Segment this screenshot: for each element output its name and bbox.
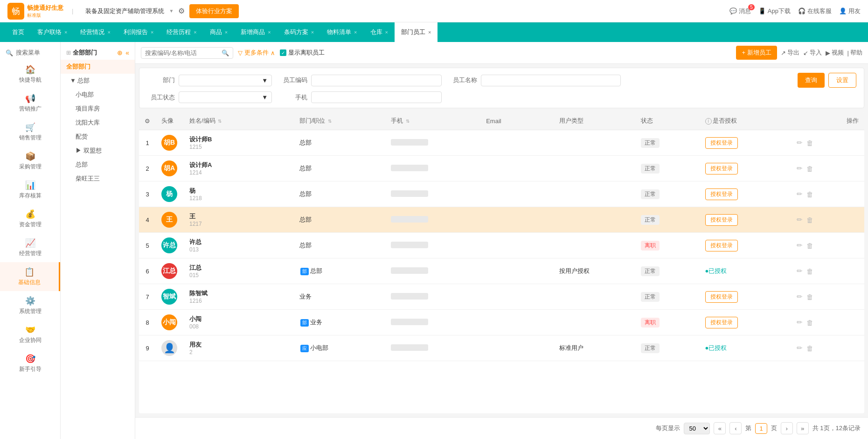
edit-icon[interactable]: ✏ [797, 139, 803, 147]
prev-page-button[interactable]: ‹ [729, 422, 742, 434]
sidebar-item-operation-mgmt[interactable]: 📈 经营管理 [0, 233, 60, 262]
delete-icon[interactable]: 🗑 [806, 319, 813, 327]
tab-operation[interactable]: 经营情况 × [74, 22, 117, 42]
sidebar-item-company[interactable]: 🤝 企业协同 [0, 320, 60, 349]
sidebar-item-guide[interactable]: 🎯 新手引导 [0, 349, 60, 378]
authorize-button[interactable]: 授权登录 [705, 137, 738, 149]
dept-grid-icon[interactable]: ⊞ [66, 49, 71, 56]
close-icon[interactable]: × [107, 29, 110, 35]
filter-name-input[interactable] [481, 75, 621, 86]
system-title-arrow[interactable]: ▼ [169, 8, 174, 14]
edit-icon[interactable]: ✏ [797, 164, 803, 173]
sidebar-item-system[interactable]: ⚙️ 系统管理 [0, 291, 60, 320]
export-button[interactable]: ↗ 导出 [781, 46, 799, 60]
delete-icon[interactable]: 🗑 [806, 242, 813, 250]
first-page-button[interactable]: « [714, 422, 726, 434]
app-download-action[interactable]: 📱 App下载 [758, 7, 791, 15]
more-filters-button[interactable]: ▽ 更多条件 ∧ [238, 49, 275, 57]
dept-item-chaiwang[interactable]: 柴旺王三 [64, 172, 135, 186]
close-icon[interactable]: × [268, 29, 271, 35]
dept-add-button[interactable]: ⊕ [117, 49, 123, 56]
dept-item-peihuo[interactable]: 配货 [64, 130, 135, 144]
next-page-button[interactable]: › [781, 422, 793, 434]
delete-icon[interactable]: 🗑 [806, 216, 813, 224]
per-page-select[interactable]: 50 20 100 [684, 423, 710, 434]
close-icon[interactable]: × [64, 29, 67, 35]
dept-item-shuangmeng[interactable]: ▶ 双盟想 [64, 144, 135, 158]
close-icon[interactable]: × [385, 29, 388, 35]
info-icon[interactable]: i [705, 118, 712, 125]
close-icon[interactable]: × [225, 29, 228, 35]
col-header-phone[interactable]: 手机 ⇅ [385, 112, 480, 130]
filter-status-select[interactable]: ▼ [179, 91, 272, 103]
import-button[interactable]: ↙ 导入 [803, 46, 822, 60]
delete-icon[interactable]: 🗑 [806, 293, 813, 301]
col-header-dept[interactable]: 部门/职位 ⇅ [294, 112, 385, 130]
set-button[interactable]: 设置 [828, 73, 856, 88]
query-button[interactable]: 查询 [798, 73, 825, 88]
sidebar-item-inventory[interactable]: 📊 库存核算 [0, 175, 60, 204]
authorize-button[interactable]: 授权登录 [705, 240, 738, 251]
sidebar-item-marketing[interactable]: 📢 营销推广 [0, 89, 60, 118]
edit-icon[interactable]: ✏ [797, 267, 803, 275]
user-action[interactable]: 👤 用友 [839, 7, 861, 15]
close-icon[interactable]: × [194, 29, 196, 35]
add-employee-button[interactable]: + 新增员工 [736, 46, 777, 60]
settings-button[interactable]: ⚙ [178, 7, 185, 15]
online-service-action[interactable]: 🎧 在线客服 [798, 7, 832, 15]
edit-icon[interactable]: ✏ [797, 344, 803, 352]
tab-home[interactable]: 首页 [6, 22, 31, 42]
edit-icon[interactable]: ✏ [797, 318, 803, 327]
authorize-button[interactable]: 授权登录 [705, 188, 738, 200]
col-header-name[interactable]: 姓名/编码 ⇅ [184, 112, 294, 130]
sidebar-item-basic-info[interactable]: 📋 基础信息 [0, 262, 60, 291]
close-icon[interactable]: × [311, 29, 314, 35]
filter-dept-select[interactable]: ▼ [179, 75, 272, 86]
dept-item-shenyang[interactable]: 沈阳大库 [64, 116, 135, 130]
tab-profit[interactable]: 利润报告 × [117, 22, 160, 42]
tab-barcode[interactable]: 条码方案 × [278, 22, 320, 42]
dept-item-xiaodianbu[interactable]: 小电部 [64, 88, 135, 102]
authorize-button[interactable]: 授权登录 [705, 214, 738, 226]
tab-materials[interactable]: 物料清单 × [320, 22, 363, 42]
message-action[interactable]: 💬 消息 5 [729, 7, 751, 15]
dept-collapse-button[interactable]: « [125, 49, 129, 56]
dept-item-all[interactable]: 全部部门 [61, 60, 135, 74]
dept-item-zongbu[interactable]: ▼ 总部 [64, 74, 135, 88]
tab-warehouse[interactable]: 仓库 × [364, 22, 395, 42]
authorize-button[interactable]: 授权登录 [705, 291, 738, 303]
dept-item-xiangmu[interactable]: 项目库房 [64, 102, 135, 116]
last-page-button[interactable]: » [797, 422, 809, 434]
delete-icon[interactable]: 🗑 [806, 344, 813, 352]
delete-icon[interactable]: 🗑 [806, 190, 813, 198]
tab-progress[interactable]: 经营历程 × [160, 22, 203, 42]
dept-item-zongbu2[interactable]: 总部 [64, 158, 135, 172]
edit-icon[interactable]: ✏ [797, 216, 803, 224]
tab-newgoods[interactable]: 新增商品 × [234, 22, 277, 42]
tab-goods[interactable]: 商品 × [203, 22, 234, 42]
tab-employee[interactable]: 部门员工 × [395, 22, 437, 42]
authorize-button[interactable]: 授权登录 [705, 163, 738, 174]
close-icon[interactable]: × [428, 29, 431, 35]
filter-code-input[interactable] [311, 75, 442, 86]
delete-icon[interactable]: 🗑 [806, 139, 813, 147]
show-resigned-toggle[interactable]: ✓ 显示离职员工 [280, 49, 325, 57]
sidebar-item-purchase[interactable]: 📦 采购管理 [0, 146, 60, 175]
edit-icon[interactable]: ✏ [797, 293, 803, 301]
col-header-settings[interactable]: ⚙ [139, 112, 156, 130]
trial-button[interactable]: 体验行业方案 [189, 4, 239, 18]
view-button[interactable]: ▶ 视频 [826, 46, 844, 60]
close-icon[interactable]: × [354, 29, 357, 35]
edit-icon[interactable]: ✏ [797, 190, 803, 198]
delete-icon[interactable]: 🗑 [806, 267, 813, 275]
help-button[interactable]: | 帮助 [847, 46, 862, 60]
sidebar-item-search-menu[interactable]: 🔍 搜索菜单 [0, 46, 60, 60]
filter-phone-input[interactable] [311, 91, 442, 103]
sidebar-item-quick-nav[interactable]: 🏠 快捷导航 [0, 60, 60, 89]
sidebar-item-sales[interactable]: 🛒 销售管理 [0, 118, 60, 146]
authorize-button[interactable]: 授权登录 [705, 317, 738, 328]
search-input[interactable] [145, 49, 220, 56]
tab-customer[interactable]: 客户联络 × [31, 22, 74, 42]
edit-icon[interactable]: ✏ [797, 241, 803, 250]
delete-icon[interactable]: 🗑 [806, 165, 813, 173]
